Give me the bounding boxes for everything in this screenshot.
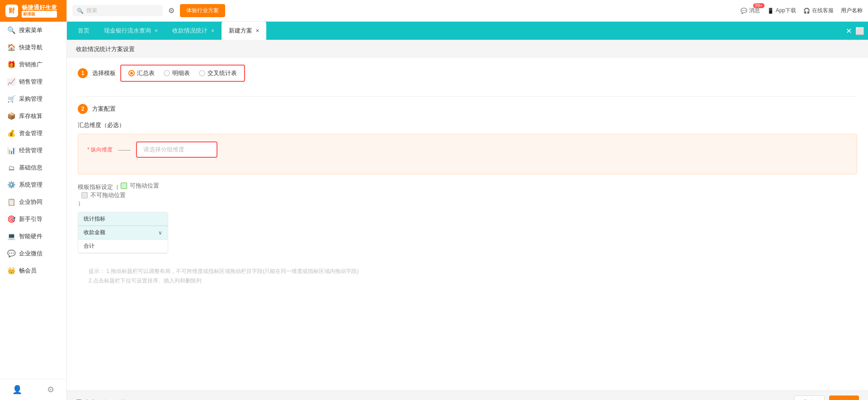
sidebar-item-quick-nav[interactable]: 🏠 快捷导航: [0, 39, 66, 56]
download-icon: 📱: [767, 8, 774, 14]
sidebar-item-label: 快捷导航: [19, 43, 42, 52]
expand-tab-button[interactable]: ⬜: [855, 27, 864, 35]
enterprise-icon: 📋: [7, 198, 15, 206]
sidebar-item-label: 库存核算: [19, 112, 42, 120]
sidebar-item-label: 搜索菜单: [19, 26, 42, 34]
radio-summary-label: 汇总表: [137, 69, 155, 77]
finance-icon: 💰: [7, 129, 15, 137]
tab-bank-flow-close[interactable]: ×: [155, 28, 158, 34]
tab-home[interactable]: 首页: [71, 22, 97, 40]
dimension-block-title: 汇总维度（必选）: [78, 121, 857, 129]
sidebar-item-label: 经营管理: [19, 146, 42, 155]
tab-new-plan-close[interactable]: ×: [256, 28, 259, 34]
content-area: 收款情况统计方案设置 1 选择模板 汇总表 明细表: [67, 40, 868, 400]
topbar-right: 💬 消息 99+ 📱 App下载 🎧 在线客服 用户名称: [741, 7, 863, 14]
dimension-select[interactable]: 请选择分组维度: [136, 141, 217, 158]
sidebar-item-label: 销售管理: [19, 78, 42, 86]
legend-drag-box: [121, 183, 127, 189]
message-badge[interactable]: 💬 消息 99+: [741, 7, 760, 14]
support-icon: 🎧: [803, 8, 810, 14]
sidebar-item-enterprise[interactable]: 📋 企业协同: [0, 193, 66, 211]
sidebar-item-label: 系统管理: [19, 181, 42, 189]
save-checkbox-label[interactable]: 方案保存（可选）: [76, 399, 132, 400]
sidebar-item-label: 智能硬件: [19, 232, 42, 240]
radio-cross[interactable]: 交叉统计表: [199, 69, 237, 77]
dim-row-label: * 纵向维度: [87, 146, 113, 154]
sidebar-item-system[interactable]: ⚙️ 系统管理: [0, 176, 66, 193]
sidebar-item-label: 资金管理: [19, 129, 42, 137]
tab-bank-flow[interactable]: 现金银行流水查询 ×: [97, 22, 165, 40]
app-download[interactable]: 📱 App下载: [767, 7, 796, 14]
sidebar-item-wechat[interactable]: 💬 企业微信: [0, 245, 66, 262]
tabbar: 首页 现金银行流水查询 × 收款情况统计 × 新建方案 × ✕ ⬜: [67, 22, 868, 40]
radio-detail[interactable]: 明细表: [164, 69, 190, 77]
quick-nav-icon: 🏠: [7, 43, 15, 52]
sidebar-logo: 财 畅捷通好生意 标准版: [0, 0, 66, 22]
online-support[interactable]: 🎧 在线客服: [803, 7, 834, 14]
indicator-table-header: 统计指标: [78, 212, 168, 226]
sidebar-item-purchase[interactable]: 🛒 采购管理: [0, 90, 66, 108]
legend-nodrag-box: [81, 192, 88, 198]
radio-detail-label: 明细表: [172, 69, 190, 77]
support-label: 在线客服: [812, 7, 834, 14]
radio-cross-label: 交叉统计表: [208, 69, 237, 77]
tab-new-plan[interactable]: 新建方案 ×: [222, 22, 266, 40]
basic-info-icon: 🗂: [7, 164, 15, 172]
tab-home-label: 首页: [78, 27, 90, 35]
step1-number: 1: [78, 68, 88, 78]
sidebar-item-guide[interactable]: 🎯 新手引导: [0, 211, 66, 228]
sidebar-item-finance[interactable]: 💰 资金管理: [0, 125, 66, 142]
tab-receipt-stats-label: 收款情况统计: [172, 27, 208, 35]
sidebar-bottom: 👤 ⚙: [0, 379, 66, 400]
sidebar-item-search-menu[interactable]: 🔍 搜索菜单: [0, 22, 66, 39]
member-icon: 👑: [7, 267, 15, 275]
sidebar: 财 畅捷通好生意 标准版 🔍 搜索菜单 🏠 快捷导航 🎁 营销推广 📈 销售管理…: [0, 0, 67, 400]
industry-plan-button[interactable]: 体验行业方案: [180, 4, 225, 17]
radio-summary-circle: [128, 70, 135, 76]
indicator-title-text: 模板指标设定（ 可拖动位置 不可拖动位置 ）: [78, 182, 159, 207]
sidebar-item-label: 企业微信: [19, 249, 42, 258]
dim-arrow-icon: ——: [118, 146, 131, 153]
search-icon: 🔍: [77, 8, 84, 14]
content-inner: 1 选择模板 汇总表 明细表 交叉统计表: [67, 57, 868, 391]
sidebar-item-label: 企业协同: [19, 198, 42, 206]
cancel-button[interactable]: 取消: [794, 395, 825, 400]
message-count: 99+: [753, 3, 764, 8]
tip-2: 2.点击标题栏下拉可设置排序、插入列和删除列: [89, 277, 846, 285]
topbar: 🔍 搜索 ⚙ 体验行业方案 💬 消息 99+ 📱 App下载 🎧 在线客服 用户…: [67, 0, 868, 22]
sidebar-item-hardware[interactable]: 💻 智能硬件: [0, 228, 66, 245]
sidebar-item-inventory[interactable]: 📦 库存核算: [0, 108, 66, 125]
tab-receipt-stats-close[interactable]: ×: [211, 28, 214, 34]
radio-summary[interactable]: 汇总表: [128, 69, 155, 77]
sidebar-item-member[interactable]: 👑 畅会员: [0, 262, 66, 279]
hardware-icon: 💻: [7, 232, 15, 240]
tab-new-plan-label: 新建方案: [229, 27, 252, 35]
template-radio-group: 汇总表 明细表 交叉统计表: [120, 65, 245, 82]
sidebar-item-marketing[interactable]: 🎁 营销推广: [0, 56, 66, 73]
tip-1: 提示： 1.拖动标题栏可以调整布局，不可跨维度或指标区域拖动栏目字段(只能在同一…: [89, 268, 846, 275]
sidebar-bottom-icon2[interactable]: ⚙: [45, 383, 56, 396]
indicator-table: 统计指标 收款金额 ∨ 合计: [78, 212, 168, 254]
sidebar-item-sales[interactable]: 📈 销售管理: [0, 73, 66, 90]
sidebar-item-basic-info[interactable]: 🗂 基础信息: [0, 159, 66, 176]
step2-number: 2: [78, 104, 88, 114]
sidebar-bottom-icon1[interactable]: 👤: [10, 383, 24, 396]
indicator-cell-amount[interactable]: 收款金额 ∨: [78, 226, 168, 240]
step2-section: 2 方案配置 汇总维度（必选） * 纵向维度 —— 请选择分组维度: [67, 97, 868, 305]
close-tab-button[interactable]: ✕: [846, 27, 852, 35]
page-title: 收款情况统计方案设置: [67, 40, 868, 57]
message-icon: 💬: [741, 8, 747, 14]
indicator-block: 模板指标设定（ 可拖动位置 不可拖动位置 ）: [78, 182, 857, 262]
tab-receipt-stats[interactable]: 收款情况统计 ×: [165, 22, 222, 40]
topbar-search[interactable]: 🔍 搜索: [72, 5, 163, 16]
gear-icon[interactable]: ⚙: [168, 6, 175, 15]
step2-title: 方案配置: [92, 105, 116, 113]
query-button[interactable]: 查询: [829, 395, 859, 400]
footer-bar: 方案保存（可选） 取消 查询: [67, 391, 868, 400]
sidebar-item-label: 新手引导: [19, 215, 42, 223]
sales-icon: 📈: [7, 78, 15, 86]
tab-bank-flow-label: 现金银行流水查询: [104, 27, 151, 35]
logo-text: 畅捷通好生意: [22, 4, 57, 11]
main-content: 🔍 搜索 ⚙ 体验行业方案 💬 消息 99+ 📱 App下载 🎧 在线客服 用户…: [67, 0, 868, 400]
sidebar-item-operations[interactable]: 📊 经营管理: [0, 142, 66, 159]
